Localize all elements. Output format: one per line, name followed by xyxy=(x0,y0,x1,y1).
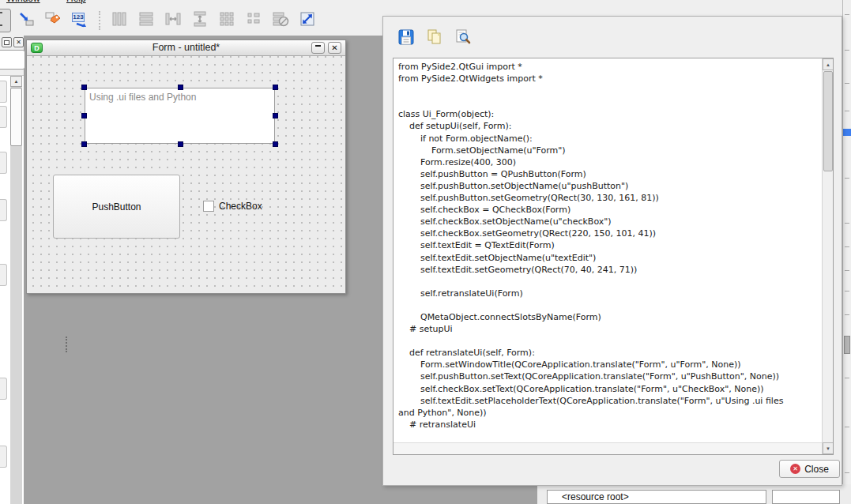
code-line: self.pushButton.setObjectName(u"pushButt… xyxy=(398,180,820,192)
pushbutton-widget[interactable]: PushButton xyxy=(53,175,180,239)
code-line: self.textEdit.setGeometry(QRect(70, 40, … xyxy=(398,264,820,276)
edit-tab-order-button[interactable]: 123 xyxy=(68,9,92,32)
break-layout-button[interactable] xyxy=(269,9,292,32)
adjust-size-icon xyxy=(299,10,316,31)
checkbox-widget[interactable]: CheckBox xyxy=(203,201,262,212)
code-line xyxy=(398,299,820,311)
scroll-down-icon[interactable]: ▼ xyxy=(823,442,834,454)
code-line: Form.resize(400, 300) xyxy=(398,156,820,168)
view-code-dialog: from PySide2.QtGui import *from PySide2.… xyxy=(382,16,842,486)
edit-buddies-button[interactable] xyxy=(41,9,65,32)
selection-handle-bottom-center[interactable] xyxy=(178,141,183,147)
close-button[interactable]: ✕ xyxy=(328,42,341,54)
code-dialog-toolbar xyxy=(396,28,473,50)
lay-out-horizontally-in-splitter-button[interactable] xyxy=(161,9,185,32)
lay-out-in-grid-button[interactable] xyxy=(215,9,239,32)
code-line: self.checkBox.setObjectName(u"checkBox") xyxy=(398,216,820,228)
checkbox-box[interactable] xyxy=(203,201,214,212)
minimize-button[interactable] xyxy=(311,42,325,54)
tick-mark xyxy=(845,378,849,378)
code-text: from PySide2.QtGui import *from PySide2.… xyxy=(393,58,820,431)
tick-mark xyxy=(845,50,849,51)
copy-button[interactable] xyxy=(424,28,445,49)
selection-handle-top-right[interactable] xyxy=(273,85,278,90)
widget-box-item[interactable] xyxy=(0,81,7,103)
code-line: self.textEdit = QTextEdit(Form) xyxy=(398,239,820,251)
code-line: self.checkBox.setGeometry(QRect(220, 150… xyxy=(398,228,820,239)
code-line: Form.setObjectName(u"Form") xyxy=(398,145,820,156)
form-window-title: Form - untitled* xyxy=(27,42,345,53)
scrollbar-thumb-sliver[interactable] xyxy=(844,336,850,354)
edit-buddies-icon xyxy=(44,10,62,31)
save-button[interactable] xyxy=(396,28,416,49)
lay-out-vertically-button[interactable] xyxy=(134,9,158,32)
code-horizontal-scrollbar[interactable] xyxy=(393,442,823,454)
code-line: and Python", None)) xyxy=(398,407,820,419)
break-layout-icon xyxy=(272,10,289,31)
find-button[interactable] xyxy=(453,28,473,49)
selection-handle-bottom-left[interactable] xyxy=(81,141,87,147)
menu-help[interactable]: Help xyxy=(66,0,86,4)
textedit-widget[interactable]: Using .ui files and Python xyxy=(85,88,275,144)
code-line: self.checkBox = QCheckBox(Form) xyxy=(398,204,820,216)
close-icon: ✕ xyxy=(331,43,337,52)
selection-handle-bottom-right[interactable] xyxy=(273,141,278,147)
tick-mark xyxy=(845,111,849,111)
tick-mark xyxy=(845,14,849,15)
resource-root-label: <resource root> xyxy=(562,491,629,502)
selection-handle-mid-right[interactable] xyxy=(273,113,278,118)
widget-box-item[interactable] xyxy=(0,152,7,174)
resource-side-panel[interactable] xyxy=(772,490,840,504)
textedit-placeholder: Using .ui files and Python xyxy=(89,92,196,103)
widget-filter-input[interactable] xyxy=(0,50,25,70)
edit-signals-slots-icon xyxy=(17,10,35,31)
selection-handle-mid-left[interactable] xyxy=(81,113,87,118)
widget-box-item[interactable] xyxy=(0,106,7,128)
widget-box-item[interactable] xyxy=(0,264,7,286)
edit-signals-slots-button[interactable] xyxy=(14,9,38,32)
scrollbar-thumb[interactable] xyxy=(10,88,22,146)
code-line: self.checkBox.setText(QCoreApplication.t… xyxy=(398,383,820,395)
scrollbar-thumb[interactable] xyxy=(823,71,833,171)
selection-handle-top-left[interactable] xyxy=(81,85,87,90)
code-line: self.pushButton.setText(QCoreApplication… xyxy=(398,370,820,382)
code-line xyxy=(398,276,820,288)
code-line xyxy=(398,335,820,347)
resource-tree-panel[interactable]: <resource root> xyxy=(547,490,766,504)
scroll-up-icon[interactable]: ▲ xyxy=(823,58,834,70)
widget-box-item[interactable] xyxy=(0,378,7,400)
copy-icon xyxy=(425,28,444,50)
code-view[interactable]: from PySide2.QtGui import *from PySide2.… xyxy=(393,58,834,455)
widget-box-item[interactable] xyxy=(0,199,7,221)
selection-handle-top-center[interactable] xyxy=(178,85,183,90)
code-vertical-scrollbar[interactable]: ▲ ▼ xyxy=(822,58,833,454)
adjust-size-button[interactable] xyxy=(296,9,319,32)
checkbox-label: CheckBox xyxy=(219,201,262,212)
lay-out-vertically-in-splitter-button[interactable] xyxy=(188,9,212,32)
widget-box-list: ▲ xyxy=(0,75,24,504)
scroll-up-icon[interactable]: ▲ xyxy=(10,76,22,87)
menu-window[interactable]: Window xyxy=(6,0,40,4)
code-line: if not Form.objectName(): xyxy=(398,133,820,145)
lay-out-horizontally-button[interactable] xyxy=(107,9,131,32)
widget-box-item[interactable] xyxy=(0,446,7,468)
close-dialog-button[interactable]: ✕ Close xyxy=(779,460,840,478)
dock-float-button[interactable] xyxy=(2,37,12,47)
lay-out-in-form-layout-icon xyxy=(245,10,262,31)
dock-close-button[interactable]: ✕ xyxy=(13,37,24,47)
edit-widgets-button[interactable] xyxy=(0,9,11,32)
qt-designer-screen: { "menu_bar": { "items": ["Window", "Hel… xyxy=(0,0,851,504)
resource-browser-window: <resource root> xyxy=(537,484,851,504)
lay-out-in-form-layout-button[interactable] xyxy=(242,9,265,32)
selected-item-sliver xyxy=(843,129,851,136)
toolbar-separator xyxy=(99,11,100,30)
code-line: def setupUi(self, Form): xyxy=(398,120,820,132)
code-line: Form.setWindowTitle(QCoreApplication.tra… xyxy=(398,359,820,370)
form-title-bar[interactable]: D Form - untitled* ✕ xyxy=(27,40,345,56)
float-icon xyxy=(4,40,9,45)
lay-out-horizontally-in-splitter-icon xyxy=(164,10,182,31)
code-line: self.textEdit.setObjectName(u"textEdit") xyxy=(398,252,820,264)
widget-box-scrollbar[interactable]: ▲ xyxy=(10,76,22,504)
code-line: self.pushButton.setGeometry(QRect(30, 13… xyxy=(398,192,820,204)
dock-splitter-handle[interactable] xyxy=(66,337,67,352)
